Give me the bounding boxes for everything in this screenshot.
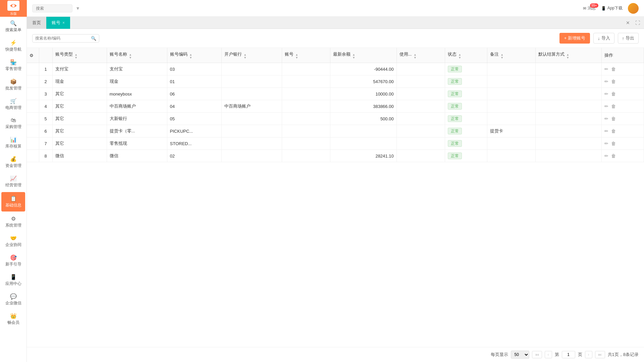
row-settings-0 [27,63,39,75]
delete-icon-6[interactable]: 🗑 [611,141,616,146]
col-header-default[interactable]: 默认结算方式 ▲▼ [535,48,601,63]
delete-icon-2[interactable]: 🗑 [611,91,616,97]
col-header-code[interactable]: 账号编码 ▲▼ [167,48,221,63]
edit-icon-5[interactable]: ✏ [604,128,608,134]
col-header-balance[interactable]: 最新余额 ▲▼ [330,48,396,63]
row-status-4: 正常 [445,113,487,125]
tab-account[interactable]: 账号 × [46,17,70,29]
col-header-status[interactable]: 状态 ▲▼ [445,48,487,63]
row-account-3 [282,100,330,113]
sidebar-item-operations[interactable]: 📈 经营管理 [0,172,26,191]
row-code-2: 06 [167,88,221,100]
edit-icon-4[interactable]: ✏ [604,116,608,121]
edit-icon-3[interactable]: ✏ [604,104,608,109]
import-label: 导入 [601,35,610,41]
edit-icon-0[interactable]: ✏ [604,66,608,72]
add-account-button[interactable]: + 新增账号 [559,33,590,44]
col-header-usage[interactable]: 使用... ▲▼ [396,48,445,63]
top-search-input[interactable] [32,4,72,12]
sidebar-item-search[interactable]: 🔍 搜索菜单 [0,17,26,36]
col-header-remark[interactable]: 备注 ▲▼ [487,48,535,63]
tab-fullscreen-button[interactable]: ⛶ [634,19,641,26]
row-action-1: ✏ 🗑 [601,75,644,88]
export-button[interactable]: ↑ 导出 [618,33,639,44]
col-name-label: 账号名称 [110,52,127,57]
col-type-label: 账号类型 [55,52,73,57]
dropdown-icon[interactable]: ▾ [76,5,79,11]
app-download-label: App下载 [607,5,623,11]
row-remark-4 [487,113,535,125]
sidebar-item-purchase[interactable]: 🛍 采购管理 [0,114,26,133]
col-header-name[interactable]: 账号名称 ▲▼ [107,48,167,63]
delete-icon-3[interactable]: 🗑 [611,104,616,109]
tab-home[interactable]: 首页 [27,17,46,29]
col-header-bank[interactable]: 开户银行 ▲▼ [221,48,282,63]
row-num-3: 4 [39,100,52,113]
row-code-7: 02 [167,150,221,162]
page-prev-button[interactable]: ‹ [545,351,552,358]
col-header-account[interactable]: 账号 ▲▼ [282,48,330,63]
sort-bank-icon: ▲▼ [244,53,247,59]
row-action-0: ✏ 🗑 [601,63,644,75]
search-icon[interactable]: 🔍 [91,36,96,41]
sidebar-item-member[interactable]: 👑 畅会员 [0,309,26,329]
sidebar-item-label-app-center: 应用中心 [5,281,21,287]
delete-icon-7[interactable]: 🗑 [611,153,616,159]
tab-account-close[interactable]: × [62,20,65,25]
page-size-select[interactable]: 50 100 200 [511,351,529,359]
sidebar-item-quick-nav[interactable]: ⚡ 快捷导航 [0,36,26,56]
page-first-button[interactable]: ⏮ [532,351,542,358]
edit-icon-2[interactable]: ✏ [604,91,608,97]
delete-icon-4[interactable]: 🗑 [611,116,616,121]
delete-icon-1[interactable]: 🗑 [611,79,616,84]
row-type-5: 其它 [52,125,107,137]
col-header-type[interactable]: 账号类型 ▲▼ [52,48,107,63]
search-input[interactable] [35,36,89,41]
sidebar-item-system[interactable]: ⚙ 系统管理 [0,212,26,232]
sidebar-item-basic[interactable]: 📋 基础信息 [1,192,25,212]
row-balance-0: -90444.00 [330,63,396,75]
row-code-4: 05 [167,113,221,125]
sidebar-item-retail[interactable]: 🏪 零售管理 [0,56,26,75]
accounts-table: ⚙ 账号类型 ▲▼ 账号名称 ▲▼ 账号编码 ▲▼ [27,48,644,162]
sidebar-item-app-center[interactable]: 📱 应用中心 [0,270,26,290]
edit-icon-6[interactable]: ✏ [604,141,608,146]
sidebar-item-agreement[interactable]: 🤝 企业协同 [0,232,26,251]
sidebar-item-wholesale[interactable]: 📦 批发管理 [0,75,26,95]
tab-close-button[interactable]: ✕ [625,19,631,26]
user-avatar[interactable] [628,3,639,14]
row-num-4: 5 [39,113,52,125]
row-default-7 [535,150,601,162]
row-settings-2 [27,88,39,100]
sidebar-item-finance[interactable]: 💰 资金管理 [0,153,26,172]
sidebar-item-ecommerce[interactable]: 🛒 电商管理 [0,95,26,114]
table-row: 1 支付宝 支付宝 03 -90444.00 正常 ✏ 🗑 [27,63,644,75]
page-input[interactable] [562,351,575,358]
delete-icon-0[interactable]: 🗑 [611,66,616,72]
edit-icon-1[interactable]: ✏ [604,79,608,84]
sidebar-item-wechat[interactable]: 💬 企业微信 [0,290,26,309]
member-icon: 👑 [10,313,17,319]
delete-icon-5[interactable]: 🗑 [611,128,616,134]
row-code-1: 01 [167,75,221,88]
col-code-label: 账号编码 [170,52,187,57]
app-download-button[interactable]: 📱 App下载 [601,5,623,11]
main-content: ▾ ✉ 消息 99+ 📱 App下载 首页 账号 × ✕ ⛶ [27,0,644,362]
sidebar-item-label-ecommerce: 电商管理 [5,105,21,111]
sidebar-item-guide[interactable]: 🎯 新手引导 [0,251,26,270]
row-status-1: 正常 [445,75,487,88]
edit-icon-7[interactable]: ✏ [604,153,608,159]
row-bank-6 [221,137,282,150]
message-button[interactable]: ✉ 消息 99+ [583,5,596,11]
page-last-button[interactable]: ⏭ [595,351,605,358]
col-header-settings[interactable]: ⚙ [27,48,39,63]
page-next-button[interactable]: › [585,351,592,358]
agreement-icon: 🤝 [10,235,17,241]
row-status-0: 正常 [445,63,487,75]
toolbar-right: + 新增账号 ↓ 导入 ↑ 导出 [559,33,639,44]
row-bank-3: 中百商场账户 [221,100,282,113]
row-num-2: 3 [39,88,52,100]
import-button[interactable]: ↓ 导入 [593,33,614,44]
sidebar-item-inventory[interactable]: 📊 库存核算 [0,133,26,153]
row-remark-7 [487,150,535,162]
